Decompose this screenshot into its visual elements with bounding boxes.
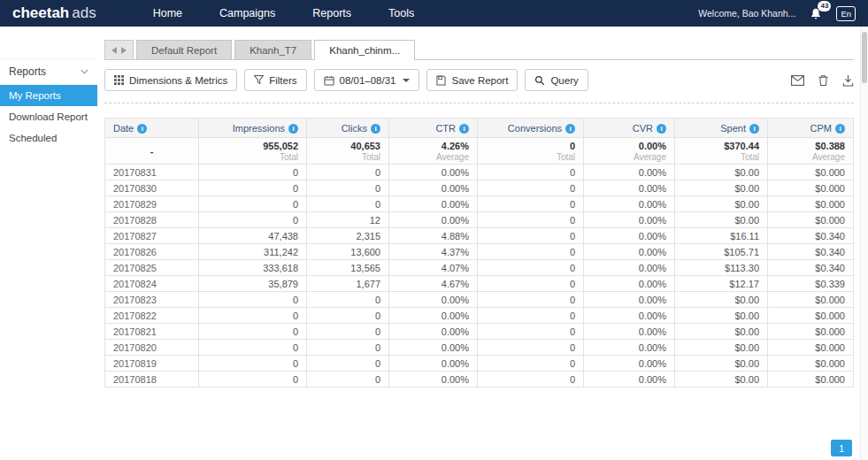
totals-value: 0.00% — [592, 141, 666, 151]
email-report-icon[interactable] — [791, 75, 804, 86]
value-cell: 47,438 — [199, 228, 307, 244]
arrow-right-icon[interactable] — [121, 47, 127, 54]
arrow-left-icon[interactable] — [111, 47, 117, 54]
sidebar-item-my-reports[interactable]: My Reports — [0, 85, 97, 106]
value-cell: 0 — [199, 196, 307, 212]
scrollbar-thumb[interactable] — [862, 32, 867, 83]
table-body: 20170831000.00%00.00%$0.00$0.00020170830… — [105, 165, 854, 387]
notifications-bell-icon[interactable]: 43 — [810, 7, 822, 20]
sidebar-section-reports[interactable]: Reports — [0, 58, 97, 85]
app-logo[interactable]: cheetahads — [12, 4, 96, 22]
column-label: CVR — [633, 123, 653, 134]
column-label: Date — [113, 123, 134, 134]
value-cell: $0.000 — [768, 180, 854, 196]
save-report-label: Save Report — [451, 75, 508, 86]
query-button[interactable]: Query — [525, 69, 588, 91]
query-label: Query — [550, 75, 578, 86]
column-label: CPM — [810, 123, 832, 134]
info-icon[interactable]: i — [835, 124, 845, 134]
nav-home[interactable]: Home — [153, 7, 182, 19]
info-icon[interactable]: i — [288, 124, 298, 134]
save-report-button[interactable]: Save Report — [426, 69, 518, 91]
tab-default-report[interactable]: Default Report — [136, 40, 232, 59]
download-report-icon[interactable] — [842, 74, 854, 87]
info-icon[interactable]: i — [565, 124, 575, 134]
calendar-icon — [324, 75, 334, 86]
table-row: 20170829000.00%00.00%$0.00$0.000 — [105, 196, 854, 212]
value-cell: $0.000 — [768, 356, 854, 372]
value-cell: 0.00% — [584, 292, 675, 308]
value-cell: 0.00% — [389, 212, 478, 228]
value-cell: $0.340 — [768, 244, 854, 260]
value-cell: 0 — [478, 340, 584, 356]
value-cell: 0.00% — [389, 372, 478, 387]
value-cell: 0 — [478, 244, 584, 260]
nav-campaigns[interactable]: Campaigns — [219, 7, 275, 19]
date-cell: 20170830 — [105, 180, 199, 196]
date-cell: 20170820 — [105, 340, 199, 356]
vertical-scrollbar[interactable] — [860, 27, 868, 460]
column-header-cvr[interactable]: CVRi — [584, 119, 675, 138]
value-cell: 0.00% — [389, 356, 478, 372]
column-header-ctr[interactable]: CTRi — [389, 119, 478, 138]
navbar-right: Welcome, Bao Khanh... 43 En — [698, 6, 856, 21]
welcome-label: Welcome, — [698, 8, 740, 19]
column-header-impressions[interactable]: Impressionsi — [199, 119, 307, 138]
report-tabstrip: Default Report Khanh_T7 Khanh_chinm... — [104, 39, 854, 60]
nav-tools[interactable]: Tools — [388, 7, 414, 19]
caret-down-icon — [403, 79, 410, 82]
date-range-value: 08/01–08/31 — [340, 75, 396, 86]
column-header-spent[interactable]: Spenti — [675, 119, 768, 138]
value-cell: 0 — [478, 356, 584, 372]
info-icon[interactable]: i — [459, 124, 469, 134]
column-label: CTR — [435, 123, 456, 134]
value-cell: 0 — [307, 340, 389, 356]
tab-khanh-t7[interactable]: Khanh_T7 — [234, 40, 311, 59]
info-icon[interactable]: i — [749, 124, 759, 134]
dimensions-metrics-button[interactable]: Dimensions & Metrics — [104, 69, 237, 91]
info-icon[interactable]: i — [371, 124, 380, 134]
value-cell: $0.339 — [768, 276, 854, 292]
value-cell: $12.17 — [675, 276, 768, 292]
page-1-button[interactable]: 1 — [831, 440, 852, 456]
nav-reports[interactable]: Reports — [312, 7, 351, 19]
filters-button[interactable]: Filters — [244, 69, 306, 91]
value-cell: 4.88% — [389, 228, 478, 244]
value-cell: $0.000 — [768, 212, 854, 228]
totals-value: - — [113, 146, 190, 157]
main-content: Default Report Khanh_T7 Khanh_chinm... D… — [97, 27, 868, 460]
tab-scroll-arrows[interactable] — [104, 40, 134, 59]
totals-cell: $370.44Total — [675, 138, 768, 165]
value-cell: 0 — [199, 340, 307, 356]
totals-value: 0 — [486, 141, 575, 151]
value-cell: 0.00% — [584, 308, 675, 324]
delete-report-icon[interactable] — [818, 74, 829, 87]
username[interactable]: Bao Khanh... — [742, 8, 796, 19]
language-button[interactable]: En — [836, 6, 856, 21]
column-header-clicks[interactable]: Clicksi — [307, 119, 389, 138]
totals-cell: 0.00%Average — [584, 138, 675, 165]
save-icon — [436, 75, 446, 86]
column-header-conversions[interactable]: Conversionsi — [478, 119, 584, 138]
toolbar-actions — [791, 74, 854, 87]
sidebar-item-download-report[interactable]: Download Report — [0, 106, 97, 127]
value-cell: 0 — [478, 165, 584, 180]
value-cell: 0 — [199, 308, 307, 324]
value-cell: 0 — [478, 308, 584, 324]
totals-cell: 955,052Total — [199, 138, 307, 165]
download-icon — [842, 74, 854, 87]
column-header-date[interactable]: Datei — [105, 119, 199, 138]
value-cell: 0 — [199, 292, 307, 308]
tab-khanh-chinm[interactable]: Khanh_chinm... — [314, 40, 415, 59]
sidebar-item-scheduled[interactable]: Scheduled — [0, 127, 97, 149]
info-icon[interactable]: i — [137, 124, 147, 134]
column-header-cpm[interactable]: CPMi — [768, 119, 854, 138]
value-cell: $0.000 — [768, 308, 854, 324]
value-cell: 0 — [199, 212, 307, 228]
table-row: 201708280120.00%00.00%$0.00$0.000 — [105, 212, 854, 228]
date-range-picker[interactable]: 08/01–08/31 — [314, 69, 420, 91]
totals-cell: 40,653Total — [307, 138, 389, 165]
value-cell: $0.000 — [768, 165, 854, 180]
dimensions-metrics-label: Dimensions & Metrics — [129, 75, 227, 86]
info-icon[interactable]: i — [657, 124, 666, 134]
